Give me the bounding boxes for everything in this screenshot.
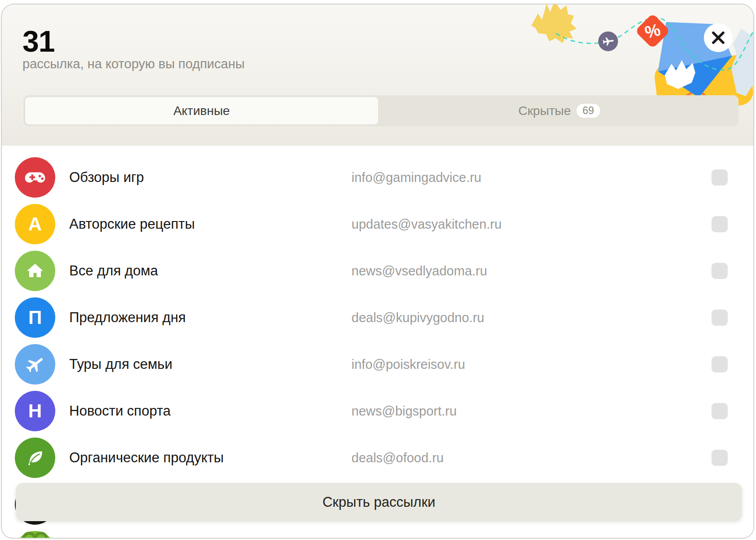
home-icon (15, 251, 55, 291)
leaf-icon (15, 438, 55, 478)
subscription-email: info@gamingadvice.ru (351, 170, 481, 185)
tab-bar: Активные Скрытые 69 (23, 95, 738, 126)
subscription-checkbox[interactable] (712, 169, 728, 186)
subscription-checkbox[interactable] (712, 403, 728, 419)
subscription-checkbox[interactable] (712, 356, 728, 372)
subscription-row: Органические продукты deals@ofood.ru (2, 434, 753, 481)
subscription-email: news@bigsport.ru (351, 404, 457, 419)
scribble-icon (531, 4, 577, 43)
clipped-green-icon (15, 531, 55, 539)
svg-text:%: % (643, 20, 663, 42)
subscription-name: Все для дома (69, 263, 158, 279)
close-button[interactable] (704, 23, 733, 52)
tab-hidden-newsletters[interactable]: Скрытые 69 (380, 95, 738, 126)
subscription-row: Все для дома news@vsedlyadoma.ru (2, 248, 753, 294)
gamepad-icon (15, 157, 55, 198)
dialog-header: 31 рассылка, на которую вы подписаны (2, 4, 753, 145)
subscriptions-dialog: 31 рассылка, на которую вы подписаны (1, 4, 754, 539)
airplane-icon (598, 31, 618, 51)
tab-hidden-label: Скрытые (518, 104, 571, 118)
subscription-count: 31 (22, 24, 54, 58)
subscription-checkbox[interactable] (712, 216, 728, 232)
hide-newsletters-button[interactable]: Скрыть рассылки (16, 483, 742, 521)
subscription-checkbox[interactable] (712, 263, 728, 279)
subscription-name: Предложения дня (69, 310, 186, 326)
subscription-row: Н Новости спорта news@bigsport.ru (2, 388, 753, 434)
subscription-row: А Авторские рецепты updates@vasyakitchen… (2, 201, 753, 248)
subscription-email: updates@vasyakitchen.ru (351, 217, 502, 232)
subscription-email: deals@kupivygodno.ru (351, 310, 484, 325)
letter-icon: П (15, 297, 55, 338)
subscription-email: info@poiskreisov.ru (351, 357, 465, 372)
subscription-row: Обзоры игр info@gamingadvice.ru (2, 154, 753, 201)
subscription-checkbox[interactable] (712, 310, 728, 326)
subscription-row: П Предложения дня deals@kupivygodno.ru (2, 294, 753, 341)
subscription-list: Обзоры игр info@gamingadvice.ru А Авторс… (2, 145, 753, 538)
subscription-name: Новости спорта (69, 403, 171, 419)
subscription-email: deals@ofood.ru (351, 451, 444, 465)
letter-icon: Н (15, 391, 55, 431)
subscription-row-partial (2, 528, 753, 539)
subscription-subtitle: рассылка, на которую вы подписаны (22, 57, 245, 71)
subscription-name: Органические продукты (69, 450, 224, 466)
hidden-count-badge: 69 (577, 104, 600, 118)
close-icon (711, 31, 725, 45)
subscription-checkbox[interactable] (712, 450, 728, 466)
subscription-name: Туры для семьи (69, 356, 173, 372)
tab-active-label: Активные (173, 104, 230, 118)
subscription-row: Туры для семьи info@poiskreisov.ru (2, 341, 753, 388)
tab-active-newsletters[interactable]: Активные (25, 97, 378, 125)
subscription-email: news@vsedlyadoma.ru (351, 264, 487, 279)
percent-icon: % (635, 13, 670, 49)
plane-icon (15, 344, 55, 385)
subscription-name: Обзоры игр (69, 169, 144, 186)
subscription-name: Авторские рецепты (69, 216, 195, 232)
letter-icon: А (15, 204, 55, 244)
